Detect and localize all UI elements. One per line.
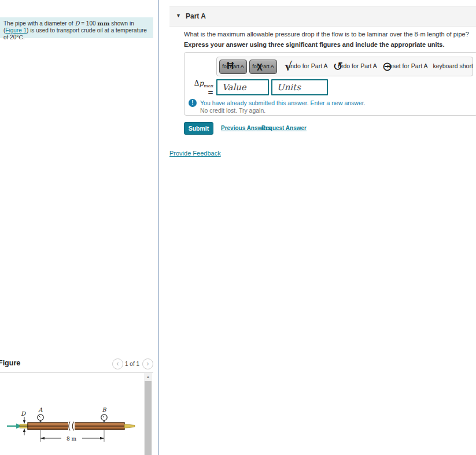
- scrollbar-up-button[interactable]: ▲: [144, 373, 152, 381]
- broken-icon-glyph: χ: [257, 59, 263, 72]
- chevron-right-icon: ›: [146, 359, 149, 368]
- problem-text: = 100: [79, 20, 97, 27]
- gauge-b-label: B: [102, 406, 107, 413]
- p-symbol: p: [199, 79, 204, 87]
- submit-button[interactable]: Submit: [184, 122, 213, 135]
- keyboard-shortcuts-label: keyboard shortcuts for Part A: [433, 62, 473, 69]
- warning-submessage: No credit lost. Try again.: [200, 107, 265, 114]
- scrollbar-thumb[interactable]: [145, 381, 152, 455]
- answer-variable-label: Δpmax =: [188, 79, 213, 97]
- reset-button[interactable]: ⊖reset for Part A: [382, 60, 428, 73]
- provide-feedback-link[interactable]: Provide Feedback: [169, 150, 221, 157]
- equation-toolbar: Ħ for Part A χ for Part A √undo for Part…: [216, 57, 473, 76]
- part-a-title: Part A: [186, 12, 206, 20]
- diameter-arrow-top: [23, 420, 25, 424]
- request-answer-link[interactable]: Request Answer: [261, 125, 307, 131]
- symbols-label: for Part A: [252, 64, 274, 69]
- figure-pagination: ‹ 1 of 1 ›: [112, 358, 153, 370]
- math-mm-unit: mm: [97, 20, 109, 27]
- collapse-caret-icon[interactable]: ▼: [176, 13, 181, 19]
- part-a-header[interactable]: ▼ Part A: [169, 6, 476, 27]
- figure-panel-title: Figure: [0, 359, 20, 367]
- figure-prev-button[interactable]: ‹: [112, 358, 123, 369]
- dim-length-label: 8 m: [67, 436, 77, 442]
- redo-label: redo for Part A: [338, 62, 377, 69]
- part-a-instruction: Express your answer using three signific…: [184, 41, 444, 48]
- scroll-up-icon: ▲: [146, 375, 150, 379]
- problem-text: The pipe with a diameter of: [3, 20, 75, 27]
- figure-next-button[interactable]: ›: [142, 358, 153, 369]
- dim-arrow-right: [100, 437, 104, 439]
- alert-icon: !: [189, 99, 197, 107]
- pipe-figure: D A B 8 m: [0, 373, 144, 455]
- diameter-label: D: [21, 410, 26, 417]
- dim-arrow-left: [40, 437, 45, 439]
- answer-box: Ħ for Part A χ for Part A √undo for Part…: [184, 52, 476, 116]
- reset-label: reset for Part A: [387, 62, 427, 69]
- gauge-a-label: A: [38, 406, 43, 413]
- pipe-outlet-stub: [124, 424, 135, 428]
- diameter-arrow-bottom: [23, 428, 25, 432]
- units-input[interactable]: [271, 79, 328, 95]
- figure-page-count: 1 of 1: [125, 361, 139, 367]
- pipe-diagram: D A B 8 m: [0, 373, 144, 455]
- left-panel: The pipe with a diameter of D = 100 mm s…: [0, 0, 153, 455]
- keyboard-shortcuts-button[interactable]: keyboard shortcuts for Part A: [433, 62, 473, 71]
- figure-1-link[interactable]: Figure 1: [5, 27, 27, 34]
- math-celsius: C: [19, 34, 23, 40]
- problem-text: .: [23, 34, 25, 40]
- figure-scrollbar[interactable]: ▲: [144, 373, 152, 455]
- max-subscript: max: [204, 83, 213, 88]
- equals-sign: =: [208, 88, 213, 97]
- symbols-button[interactable]: χ for Part A: [249, 60, 277, 74]
- undo-label: undo for Part A: [287, 62, 327, 69]
- right-panel: ▼ Part A What is the maximum allowable p…: [159, 0, 476, 455]
- broken-icon-glyph: Ħ: [227, 59, 234, 72]
- redo-button[interactable]: ↺redo for Part A: [333, 60, 377, 73]
- value-input[interactable]: [216, 79, 269, 95]
- chevron-left-icon: ‹: [116, 359, 119, 368]
- warning-message: You have already submitted this answer. …: [200, 99, 366, 106]
- undo-button[interactable]: √undo for Part A: [285, 60, 327, 73]
- part-a-question: What is the maximum allowable pressure d…: [184, 31, 469, 38]
- math-templates-button[interactable]: Ħ for Part A: [219, 60, 247, 74]
- problem-statement: The pipe with a diameter of D = 100 mm s…: [0, 17, 153, 38]
